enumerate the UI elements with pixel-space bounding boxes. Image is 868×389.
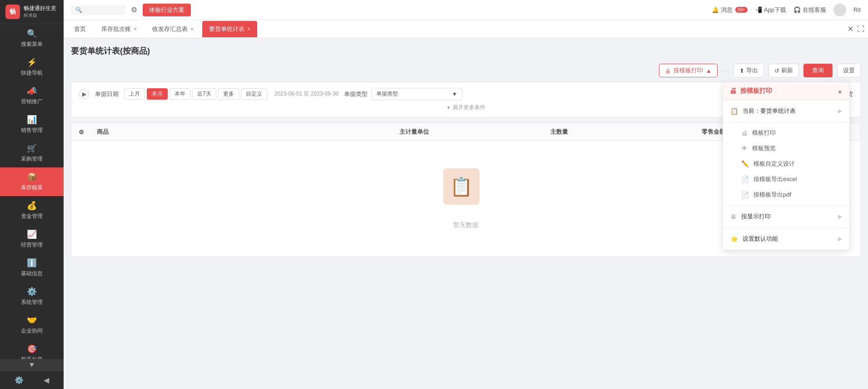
dropdown-item-label: 模板自定义设计 — [753, 160, 795, 168]
date-7days[interactable]: 近7天 — [192, 88, 216, 100]
dropdown-close-btn[interactable]: ▲ — [837, 87, 843, 95]
date-prev-month[interactable]: 上月 — [124, 88, 145, 100]
print-header-icon: 🖨 — [729, 87, 737, 95]
excel-icon: 📄 — [741, 176, 749, 183]
sidebar-item-inventory[interactable]: 📦 库存核算 — [0, 167, 64, 196]
type-filter-select[interactable]: 单据类型 ▼ — [371, 88, 462, 100]
trial-button[interactable]: 体验行业方案 — [143, 4, 191, 16]
query-btn[interactable]: 查询 — [803, 64, 833, 77]
empty-scroll-icon: 📋 — [443, 168, 479, 205]
sidebar-item-purchase[interactable]: 🛒 采购管理 — [0, 139, 64, 167]
date-range-text: 2023-06-01 至 2023-06-30 — [274, 90, 339, 98]
sidebar-item-label: 新手引导 — [21, 356, 43, 359]
tabbar-actions: ✕ ⛶ — [848, 25, 864, 33]
pdf-icon: 📄 — [741, 191, 749, 198]
logo-text-group: 畅捷通好生意 标准版 — [24, 5, 56, 19]
dropdown-item-template-custom[interactable]: ✏️ 模板自定义设计 — [723, 156, 849, 172]
user-name: Rit — [853, 6, 861, 13]
dropdown-item-template-print[interactable]: 🖨 模板打印 — [723, 125, 849, 141]
sidebar-item-sales[interactable]: 📊 销售管理 — [0, 110, 64, 139]
dropdown-current-item[interactable]: 📋 当前：要货单统计表 ▶ — [723, 103, 849, 119]
expand-label: 展开更多条件 — [453, 104, 485, 111]
sidebar-item-label: 库存核算 — [21, 184, 43, 192]
messages-btn[interactable]: 🔔 消息 99+ — [712, 6, 748, 14]
user-avatar[interactable] — [833, 4, 846, 16]
tab-inventory-batch[interactable]: 库存批次账 × — [95, 21, 144, 37]
sidebar-scroll-down[interactable]: ▼ — [0, 359, 64, 371]
tab-close-inventory-batch[interactable]: × — [134, 26, 137, 32]
dropdown-display-print[interactable]: 🖥 按显示打印 ▶ — [723, 208, 849, 225]
print-icon: 🖨 — [665, 67, 671, 74]
app-download-btn[interactable]: 📲 App下载 — [755, 6, 786, 14]
chevron-right-icon: ▶ — [838, 108, 842, 114]
date-filter-label: 单据日期 — [95, 90, 119, 98]
dropdown-current-section: 📋 当前：要货单统计表 ▶ — [723, 100, 849, 122]
settings-icon[interactable]: ⚙️ — [15, 376, 24, 384]
col-qty-header: 主数量 — [550, 128, 702, 136]
trending-icon: 📈 — [27, 229, 37, 239]
main-area: 🔍 ⚙ 体验行业方案 🔔 消息 99+ 📲 App下载 🎧 在线客服 Rit — [64, 0, 868, 389]
sidebar-item-search[interactable]: 🔍 搜索菜单 — [0, 24, 64, 53]
sidebar-item-basic[interactable]: ℹ️ 基础信息 — [0, 253, 64, 282]
box-icon: 📦 — [27, 172, 37, 182]
chart-icon: 📊 — [27, 115, 37, 125]
tabbar: 首页 库存批次账 × 收发存汇总表 × 要货单统计表 × ✕ ⛶ — [64, 20, 868, 38]
preview-icon: 👁 — [741, 145, 748, 152]
export-btn[interactable]: ⬆ 导出 — [733, 64, 764, 77]
more-options-icon[interactable]: ··· — [722, 66, 729, 76]
date-more[interactable]: 更多 — [218, 88, 239, 100]
global-search[interactable]: 🔍 — [71, 5, 125, 15]
money-icon: 💰 — [27, 201, 37, 211]
megaphone-icon: 📣 — [27, 86, 37, 96]
tab-close-window[interactable]: ✕ — [848, 25, 853, 33]
dropdown-set-default[interactable]: ⭐ 设置默认功能 ▶ — [723, 231, 849, 247]
tab-close-collect-summary[interactable]: × — [190, 26, 194, 32]
tab-order-stats[interactable]: 要货单统计表 × — [202, 21, 257, 37]
dropdown-item-export-pdf[interactable]: 📄 按模板导出pdf — [723, 187, 849, 202]
sidebar-item-finance[interactable]: 💰 资金管理 — [0, 196, 64, 225]
online-service-btn[interactable]: 🎧 在线客服 — [793, 6, 826, 14]
dropdown-item-template-preview[interactable]: 👁 模板预览 — [723, 141, 849, 156]
sidebar-item-label: 销售管理 — [21, 126, 43, 134]
sidebar-item-business[interactable]: 📈 经营管理 — [0, 225, 64, 253]
date-custom[interactable]: 自定义 — [241, 88, 267, 100]
display-print-icon: 🖥 — [730, 213, 737, 220]
messages-badge: 99+ — [735, 7, 748, 13]
tab-close-order-stats[interactable]: × — [247, 26, 250, 32]
sidebar-item-enterprise[interactable]: 🤝 企业协同 — [0, 311, 64, 339]
search-icon: 🔍 — [75, 7, 82, 13]
tab-home[interactable]: 首页 — [67, 21, 93, 37]
set-default-label: 设置默认功能 — [743, 235, 778, 243]
empty-text: 暂无数据 — [453, 221, 479, 229]
refresh-btn[interactable]: ↺ 刷新 — [768, 64, 799, 77]
dropdown-item-export-excel[interactable]: 📄 按模板导出excel — [723, 172, 849, 187]
sidebar-item-guide[interactable]: 🎯 新手引导 — [0, 339, 64, 359]
type-filter-label: 单据类型 — [344, 90, 368, 98]
settings-btn[interactable]: 设置 — [837, 64, 861, 77]
default-icon: ⭐ — [730, 235, 738, 242]
print-icon: 🖨 — [741, 129, 748, 136]
chevron-right-icon: ▶ — [838, 236, 842, 242]
refresh-icon: ↺ — [774, 67, 779, 74]
sidebar-item-marketing[interactable]: 📣 营销推广 — [0, 81, 64, 110]
tab-maximize[interactable]: ⛶ — [857, 25, 864, 33]
current-section-label: 当前：要货单统计表 — [743, 107, 796, 115]
sidebar-item-label: 营销推广 — [21, 98, 43, 106]
filter-toggle-btn[interactable]: ▶ — [79, 89, 90, 100]
date-current-month[interactable]: 本月 — [147, 88, 168, 100]
tab-collect-summary[interactable]: 收发存汇总表 × — [145, 21, 200, 37]
sidebar-item-quick-nav[interactable]: ⚡ 快捷导航 — [0, 53, 64, 81]
date-current-year[interactable]: 本年 — [170, 88, 190, 100]
dropdown-template-section: 🖨 模板打印 👁 模板预览 ✏️ 模板自定义设计 — [723, 122, 849, 206]
sidebar-item-label: 采购管理 — [21, 155, 43, 163]
sidebar-item-system[interactable]: ⚙️ 系统管理 — [0, 282, 64, 311]
page-content: 要货单统计表(按商品) 🖨 按模板打印 ▲ ··· ⬆ 导出 ↺ 刷新 查询 设… — [64, 38, 868, 389]
settings-icon[interactable]: ⚙ — [79, 129, 84, 136]
info-icon: ℹ️ — [27, 258, 37, 268]
collapse-icon[interactable]: ◀ — [44, 376, 49, 384]
gear-icon: ⚙️ — [27, 287, 37, 297]
settings-icon[interactable]: ⚙ — [131, 5, 137, 14]
print-template-dropdown: 🖨 按模板打印 ▲ 📋 当前：要货单统计表 ▶ — [723, 82, 850, 250]
print-template-btn[interactable]: 🖨 按模板打印 ▲ — [659, 64, 718, 77]
sidebar-item-label: 搜索菜单 — [21, 40, 43, 48]
